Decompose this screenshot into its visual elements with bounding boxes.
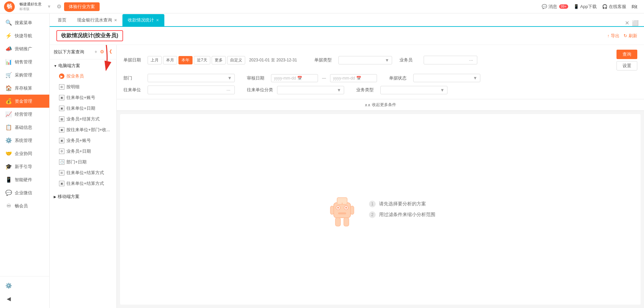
review-date-to[interactable]: yyyy-mm-dd 📅 [330,74,377,82]
tab-close-receipt-stats[interactable]: ✕ [156,18,159,22]
scheme-collapse-btn[interactable]: 《 [106,48,112,56]
window-close-icon[interactable]: ✕ [625,20,629,26]
sidebar-label-purchase: 采购管理 [15,72,32,78]
sidebar-item-operations[interactable]: 📈 经营管理 [0,108,49,121]
export-btn[interactable]: ↑ 导出 [607,33,620,39]
partner-ellipsis[interactable]: ··· [225,87,232,93]
app-download-btn[interactable]: 📱 App下载 [574,4,597,10]
dept-date-icon: 🕐 [59,159,64,165]
sidebar-label-collab: 企业协同 [15,151,32,157]
sidebar-label-vip: 畅会员 [15,203,28,209]
sidebar-item-tutorial[interactable]: 🎓 新手引导 [0,160,49,173]
sidebar-label-hardware: 智能硬件 [15,177,32,183]
sidebar-label-finance: 资金管理 [15,98,32,104]
tab-close-bank-flow[interactable]: ✕ [114,18,117,22]
sidebar-item-marketing[interactable]: 📣 营销推广 [0,42,49,55]
sidebar-collapse-btn[interactable]: ◀ [0,292,49,305]
window-maximize-icon[interactable]: ⬜ [632,20,639,26]
doc-type-select[interactable]: ▼ [338,56,392,64]
sidebar-item-search[interactable]: 🔍 搜索菜单 [0,16,49,29]
review-date-to-placeholder: yyyy-mm-dd [333,76,355,81]
date-btn-7days[interactable]: 近7天 [194,56,210,64]
date-btn-last-month[interactable]: 上月 [148,56,162,64]
sidebar-label-operations: 经营管理 [15,111,32,117]
scheme-item-detail[interactable]: ⊞ 按明细 [50,82,116,92]
svg-rect-9 [351,206,354,214]
scheme-item-salesman[interactable]: ▶ 按业务员 [50,71,116,82]
scheme-item-dept-date-label: 部门+日期 [66,159,87,165]
date-range: 2023-01-01 至 2023-12-31 [249,57,297,63]
sidebar-item-finance[interactable]: 💰 资金管理 [0,95,49,108]
doc-status-select[interactable]: ▼ [413,74,480,82]
scheme-settings-btn[interactable]: ⚙ [99,48,105,56]
partner-category-select[interactable]: ▼ [277,86,344,94]
export-label: 导出 [611,33,620,39]
messages-label: 消息 [548,4,557,10]
collapse-bar[interactable]: ∧∧ 收起更多条件 [117,99,644,111]
filter-settings-btn[interactable]: 设置 [616,61,637,70]
salesman-ellipsis[interactable]: ··· [468,57,475,63]
online-service-btn[interactable]: 🎧 在线客服 [602,4,626,10]
content-wrapper: 按以下方案查询 + ⚙ 《 ▼ 电脑端方案 ▶ 按业务员 [50,45,644,308]
tab-receipt-stats[interactable]: 收款情况统计 ✕ [122,14,164,26]
messages-btn[interactable]: 💬 消息 99+ [542,4,568,10]
scheme-item-partner-dept[interactable]: ▣ 按往来单位+部门+收... [50,124,116,135]
scheme-group-desktop-header[interactable]: ▼ 电脑端方案 [50,61,116,71]
salesman-select[interactable]: ··· [424,56,477,64]
tab-bar: 首页 现金银行流水查询 ✕ 收款情况统计 ✕ ✕ ⬜ [50,13,644,27]
dept-label: 部门 [123,75,144,81]
mobile-group-label: 移动端方案 [58,194,79,200]
empty-step1-text: 请先选择要分析的方案 [379,201,426,207]
refresh-btn[interactable]: ↻ 刷新 [624,33,637,39]
sidebar-item-collaboration[interactable]: 🤝 企业协同 [0,147,49,160]
date-btn-more[interactable]: 更多 [212,56,226,64]
filter-area: 单据日期 上月 本月 本年 近7天 更多 自定义 2023-01-01 至 [117,45,644,99]
sidebar-item-vip[interactable]: ♾ 畅会员 [0,199,49,212]
download-icon: 📱 [574,4,579,9]
scheme-item-dept-date[interactable]: 🕐 部门+日期 [50,157,116,167]
partner-select[interactable]: ··· [148,86,235,94]
refresh-icon: ↻ [624,33,627,38]
collab-icon: 🤝 [5,150,12,157]
review-date-from[interactable]: yyyy-mm-dd 📅 [271,74,318,82]
sidebar-item-basic-info[interactable]: 📋 基础信息 [0,121,49,134]
scheme-item-partner-date[interactable]: ▣ 往来单位+日期 [50,103,116,114]
date-btn-this-year[interactable]: 本年 [178,56,193,64]
tab-home[interactable]: 首页 [52,14,72,26]
page-title-box: 收款情况统计(按业务员) [56,30,123,41]
gear-icon[interactable]: ⚙ [57,3,61,10]
partner-account-icon: ▣ [59,95,64,100]
sidebar-item-inventory[interactable]: 🏠 库存核算 [0,82,49,95]
date-btn-custom[interactable]: 自定义 [227,56,245,64]
sidebar-item-purchase[interactable]: 🛒 采购管理 [0,68,49,82]
scheme-item-salesman-payment[interactable]: ▦ 业务员+结算方式 [50,114,116,124]
refresh-label: 刷新 [629,33,637,39]
scheme-item-partner-payment1[interactable]: ⊞ 往来单位+结算方式 [50,167,116,178]
partner-date-icon: ▣ [59,106,64,111]
scheme-item-salesman-date[interactable]: ⚙ 业务员+日期 [50,146,116,157]
sidebar-item-sales[interactable]: 📊 销售管理 [0,55,49,68]
query-btn[interactable]: 查询 [616,50,637,59]
right-panel: 单据日期 上月 本月 本年 近7天 更多 自定义 2023-01-01 至 [117,45,644,308]
sidebar-item-hardware[interactable]: 📱 智能硬件 [0,173,49,186]
sidebar-item-system[interactable]: ⚙️ 系统管理 [0,134,49,147]
empty-state: 1 请先选择要分析的方案 2 用过滤条件来缩小分析范围 [120,114,641,305]
scheme-item-partner-date-label: 往来单位+日期 [66,105,95,111]
sidebar-settings-btn[interactable]: ⚙️ [0,279,49,292]
scheme-item-salesman-account[interactable]: ▣ 业务员+账号 [50,135,116,146]
sidebar-item-quicknav[interactable]: ⚡ 快捷导航 [0,29,49,42]
scheme-group-mobile-header[interactable]: ▶ 移动端方案 [50,192,116,202]
salesman-account-icon: ▣ [59,138,64,143]
date-btn-this-month[interactable]: 本月 [163,56,177,64]
date-buttons: 上月 本月 本年 近7天 更多 自定义 [148,56,245,64]
tab-bank-flow[interactable]: 现金银行流水查询 ✕ [72,14,122,26]
scheme-item-partner-payment2[interactable]: ▣ 往来单位+结算方式 [50,178,116,189]
calendar-icon2: 📅 [356,76,361,81]
receipt-stats-tab-label: 收款情况统计 [128,17,154,23]
trial-btn[interactable]: 体验行业方案 [64,2,100,11]
scheme-item-partner-account[interactable]: ▣ 往来单位+账号 [50,92,116,103]
sidebar-item-wechat[interactable]: 💬 企业微信 [0,186,49,199]
business-type-select[interactable]: ▼ [380,86,447,94]
scheme-add-btn[interactable]: + [94,48,98,56]
dept-select[interactable]: ▼ [148,74,235,82]
